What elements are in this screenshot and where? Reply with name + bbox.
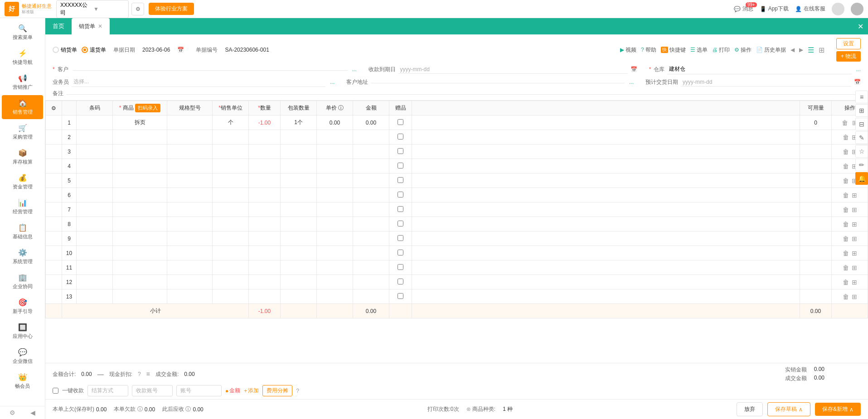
float-btn-6[interactable]: ✏ <box>855 159 868 171</box>
help-action[interactable]: ? 帮助 <box>641 46 656 54</box>
row-copy-button[interactable]: ⊞ <box>850 250 858 257</box>
float-btn-2[interactable]: ⊞ <box>855 104 868 117</box>
company-selector[interactable]: XXXXXX公司 ▼ <box>56 0 129 18</box>
warehouse-dots[interactable]: ... <box>856 66 861 72</box>
row1-amount[interactable]: 0.00 <box>353 116 389 130</box>
sidebar-item-quick-nav[interactable]: ⚡ 快捷导航 <box>2 45 43 69</box>
expected-date-input[interactable]: yyyy-mm-dd <box>681 78 851 87</box>
sidebar-item-marketing[interactable]: 📢 营销推广 <box>2 70 43 94</box>
customer-dots[interactable]: ... <box>352 66 357 72</box>
salesperson-input[interactable]: 选择... <box>72 77 325 87</box>
row-gift-checkbox[interactable] <box>398 279 403 284</box>
row-gift-checkbox[interactable] <box>398 177 403 183</box>
row-gift-checkbox[interactable] <box>398 293 403 299</box>
row1-qty[interactable]: -1.00 <box>249 116 281 130</box>
float-btn-7[interactable]: 🔔 <box>855 172 868 185</box>
row1-remark[interactable] <box>412 116 800 130</box>
row-delete-button[interactable]: 🗑 <box>841 206 850 213</box>
row1-gift-checkbox[interactable] <box>398 119 403 125</box>
draft-button[interactable]: 保存草稿 ∧ <box>767 402 810 416</box>
float-btn-3[interactable]: ⊟ <box>855 118 868 130</box>
sidebar-item-system[interactable]: ⚙️ 系统管理 <box>2 245 43 269</box>
row1-price[interactable]: 0.00 <box>317 116 353 130</box>
doc-settings-button[interactable]: 设置 <box>836 38 861 49</box>
row1-unit[interactable]: 个 <box>213 116 249 130</box>
row-gift-checkbox[interactable] <box>398 264 403 270</box>
sidebar-collapse-button[interactable]: ◀ <box>30 409 35 416</box>
radio-sales-order[interactable]: 销货单 <box>53 46 77 54</box>
avatar[interactable] <box>832 3 844 15</box>
row-copy-button[interactable]: ⊞ <box>850 293 858 300</box>
row-gift-checkbox[interactable] <box>398 163 403 169</box>
warehouse-input[interactable]: 建材仓 <box>667 64 852 74</box>
discount-help-icon[interactable]: ? <box>138 371 141 377</box>
row1-gift[interactable] <box>389 116 412 130</box>
due-date-input[interactable]: yyyy-mm-dd <box>398 65 628 74</box>
history-action[interactable]: 📄 历史单据 <box>756 46 786 54</box>
fee-help-icon[interactable]: ? <box>296 388 299 394</box>
row-delete-button[interactable]: 🗑 <box>841 134 850 141</box>
row-gift-checkbox[interactable] <box>398 250 403 255</box>
row-gift-checkbox[interactable] <box>398 235 403 241</box>
logistics-button[interactable]: + 物流 <box>836 51 861 62</box>
row-delete-button[interactable]: 🗑 <box>841 235 850 242</box>
row-gift-checkbox[interactable] <box>398 134 403 140</box>
row1-pack-qty[interactable]: 1个 <box>281 116 317 130</box>
nav-prev-icon[interactable]: ◀ <box>790 47 795 53</box>
row-delete-button[interactable]: 🗑 <box>841 293 850 300</box>
notes-input[interactable] <box>66 92 861 95</box>
sidebar-item-purchase[interactable]: 🛒 采购管理 <box>2 120 43 144</box>
row1-spec[interactable] <box>167 116 213 130</box>
salesperson-dots[interactable]: ... <box>330 79 335 85</box>
row-gift-checkbox[interactable] <box>398 192 403 197</box>
row-copy-button[interactable]: ⊞ <box>850 192 858 199</box>
scan-button[interactable]: 扫码录入 <box>135 104 160 112</box>
customer-address-dots[interactable]: ... <box>629 79 634 85</box>
view-list-icon[interactable]: ☰ <box>808 46 814 54</box>
print-action[interactable]: 🖨 打印 <box>712 46 730 54</box>
row-gift-checkbox[interactable] <box>398 221 403 226</box>
online-service-button[interactable]: 👤 在线客服 <box>795 5 825 13</box>
row-delete-button[interactable]: 🗑 <box>841 148 850 155</box>
sidebar-item-inventory[interactable]: 📦 库存核算 <box>2 145 43 169</box>
float-btn-4[interactable]: ✎ <box>855 131 868 144</box>
row-copy-button[interactable]: ⊞ <box>850 206 858 213</box>
view-grid-icon[interactable]: ⊞ <box>819 46 824 54</box>
tab-close-icon[interactable]: ✕ <box>98 23 102 29</box>
payment-method-select[interactable]: 结算方式 <box>87 385 128 396</box>
customer-input[interactable] <box>73 68 348 71</box>
row-delete-button[interactable]: 🗑 <box>841 250 850 257</box>
row-copy-button[interactable]: ⊞ <box>850 221 858 228</box>
row-gift-checkbox[interactable] <box>398 206 403 212</box>
row-copy-button[interactable]: ⊞ <box>850 264 858 271</box>
fee-split-button[interactable]: 费用分摊 <box>262 385 292 396</box>
row-delete-button[interactable]: 🗑 <box>841 163 850 170</box>
tab-home[interactable]: 首页 <box>45 18 72 34</box>
save-new-button[interactable]: 保存&新增 ∧ <box>815 403 861 416</box>
sidebar-settings-button[interactable]: ⚙ <box>10 409 15 416</box>
message-button[interactable]: 💬 消息 99+ <box>734 5 753 13</box>
video-action[interactable]: ▶ 视频 <box>620 46 636 54</box>
float-btn-1[interactable]: ≡ <box>855 91 868 103</box>
float-btn-5[interactable]: ☆ <box>855 145 868 158</box>
row-copy-button[interactable]: ⊞ <box>850 279 858 286</box>
sidebar-item-apps[interactable]: 🔲 应用中心 <box>2 319 43 343</box>
row-delete-button[interactable]: 🗑 <box>841 177 850 184</box>
calendar-icon[interactable]: 📅 <box>177 47 184 53</box>
nav-next-icon[interactable]: ▶ <box>799 47 803 53</box>
sidebar-item-members[interactable]: 👑 畅会员 <box>2 369 43 393</box>
account-number-input[interactable]: 账号 <box>176 385 222 396</box>
row-delete-button[interactable]: 🗑 <box>841 264 850 271</box>
tab-sales-order[interactable]: 销货单 ✕ <box>72 18 110 34</box>
trial-button[interactable]: 体验行业方案 <box>149 3 194 15</box>
row-delete-button[interactable]: 🗑 <box>841 221 850 228</box>
account-select[interactable]: 收款账号 <box>132 385 173 396</box>
one-click-pay-checkbox[interactable] <box>53 388 58 394</box>
shortcut-action[interactable]: 快 快捷键 <box>661 46 686 54</box>
row1-delete-button[interactable]: 🗑 <box>840 119 849 126</box>
row-gift-checkbox[interactable] <box>398 148 403 154</box>
row1-barcode[interactable] <box>77 116 113 130</box>
expected-date-calendar-icon[interactable]: 📅 <box>854 79 861 85</box>
radio-return-order[interactable]: 退货单 <box>82 46 106 54</box>
tab-bar-close-button[interactable]: ✕ <box>858 22 863 31</box>
